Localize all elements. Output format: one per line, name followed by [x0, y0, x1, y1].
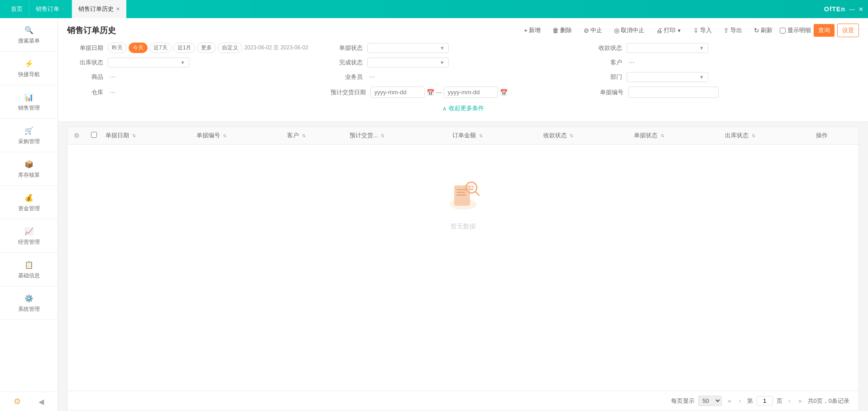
cancel-stop-icon: ◎	[614, 27, 619, 34]
sidebar-item-search-menu[interactable]: 🔍 搜索菜单	[0, 18, 58, 52]
prev-page-button[interactable]: ‹	[737, 396, 743, 405]
toolbar: + 新增 🗑 删除 ⊘ 中止 ◎ 取消中止	[519, 24, 859, 37]
goods-more[interactable]: ···	[108, 73, 117, 81]
stop-button[interactable]: ⊘ 中止	[579, 24, 607, 37]
next-page-button[interactable]: ›	[786, 396, 792, 405]
department-select[interactable]: ▼	[627, 72, 708, 82]
sidebar-item-basic-info[interactable]: 📋 基础信息	[0, 253, 58, 286]
delivery-date-control: 📅 — 📅	[370, 87, 592, 98]
sort-delivery-date[interactable]: ⇅	[381, 133, 384, 138]
bill-no-input[interactable]	[628, 87, 719, 98]
sidebar-item-quick-nav[interactable]: ⚡ 快捷导航	[0, 52, 58, 85]
sidebar-item-system[interactable]: ⚙️ 系统管理	[0, 286, 58, 320]
table-header: ⚙ 单据日期 ⇅ 单据编号 ⇅	[67, 127, 858, 145]
filter-row-1: 单据日期 昨天 今天 近7天 近1月 更多 自定义 2023-06-02 至 2…	[76, 43, 850, 53]
sort-customer[interactable]: ⇅	[302, 133, 306, 138]
sidebar-item-inventory[interactable]: 📦 库存核算	[0, 152, 58, 186]
finance-icon: 💰	[24, 192, 34, 203]
department-control: ▼	[627, 72, 850, 82]
svg-line-6	[475, 192, 479, 195]
bill-status-arrow: ▼	[440, 45, 445, 51]
close-sales-history-tab[interactable]: ×	[116, 6, 120, 12]
sort-bill-date[interactable]: ⇅	[132, 133, 136, 138]
query-button[interactable]: 查询	[814, 24, 834, 37]
bill-status-select[interactable]: ▼	[367, 43, 449, 53]
out-status-label: 出库状态	[76, 58, 108, 67]
payment-status-control: ▼	[627, 43, 850, 53]
sort-bill-no[interactable]: ⇅	[223, 133, 226, 138]
date-group: 昨天 今天 近7天 近1月 更多 自定义 2023-06-02 至 2023-0…	[108, 43, 308, 53]
page-size-select[interactable]: 50 10 20 100	[698, 396, 722, 406]
sidebar-item-operations[interactable]: 📈 经营管理	[0, 219, 58, 253]
sort-bill-status[interactable]: ⇅	[661, 133, 664, 138]
date-1month[interactable]: 近1月	[173, 43, 196, 53]
date-label: 单据日期	[76, 44, 108, 52]
delivery-date-to[interactable]	[444, 87, 498, 98]
top-bar: 首页 销售订单 × 销售订单历史 × OfTEn — ✕	[0, 0, 868, 18]
sidebar-item-sales[interactable]: 📊 销售管理	[0, 85, 58, 119]
date-range-text: 2023-06-02 至 2023-06-02	[244, 44, 308, 52]
collapse-up-icon: ∧	[442, 105, 447, 112]
show-detail-input[interactable]	[780, 28, 786, 34]
customer-more[interactable]: ···	[627, 58, 636, 67]
sidebar-item-finance[interactable]: 💰 资金管理	[0, 186, 58, 219]
sidebar-item-purchase[interactable]: 🛒 采购管理	[0, 119, 58, 152]
salesperson-more[interactable]: ···	[367, 73, 377, 81]
goods-label: 商品	[76, 73, 108, 81]
sort-order-amount[interactable]: ⇅	[479, 133, 483, 138]
print-button[interactable]: 🖨 打印 ▼	[652, 24, 686, 37]
delete-icon: 🗑	[552, 27, 559, 34]
select-all-checkbox[interactable]	[91, 132, 97, 138]
department-label: 部门	[590, 73, 627, 81]
tab-sales-history[interactable]: 销售订单历史 ×	[72, 0, 126, 18]
purchase-icon: 🛒	[24, 125, 34, 136]
import-icon: ⇩	[693, 27, 699, 34]
refresh-icon: ↻	[754, 27, 759, 34]
date-7days[interactable]: 近7天	[149, 43, 172, 53]
sidebar-collapse-icon[interactable]: ◀	[38, 397, 44, 406]
date-yesterday[interactable]: 昨天	[108, 43, 127, 53]
import-button[interactable]: ⇩ 导入	[689, 24, 716, 37]
sidebar-settings-icon[interactable]: ⚙	[14, 396, 21, 406]
cancel-stop-button[interactable]: ◎ 取消中止	[609, 24, 649, 37]
add-button[interactable]: + 新增	[519, 24, 545, 37]
svg-point-8	[469, 186, 470, 188]
calendar-to-icon[interactable]: 📅	[500, 89, 508, 96]
calendar-from-icon[interactable]: 📅	[427, 89, 434, 96]
show-detail-checkbox[interactable]: 显示明细	[780, 26, 811, 34]
sort-payment-status[interactable]: ⇅	[570, 133, 573, 138]
quick-nav-icon: ⚡	[24, 58, 34, 69]
page-label-before: 第	[747, 397, 753, 405]
delete-button[interactable]: 🗑 删除	[548, 24, 576, 37]
add-icon: +	[524, 27, 528, 34]
window-close[interactable]: ✕	[858, 6, 863, 13]
warehouse-more[interactable]: ···	[108, 88, 117, 97]
col-bill-status: 单据状态 ⇅	[630, 127, 721, 145]
filter-row-3: 商品 ··· 业务员 ··· 部门 ▼	[76, 72, 850, 82]
refresh-button[interactable]: ↻ 刷新	[749, 24, 777, 37]
svg-rect-4	[456, 194, 466, 196]
payment-status-select[interactable]: ▼	[627, 43, 708, 53]
delivery-date-from[interactable]	[370, 87, 425, 98]
sort-out-status[interactable]: ⇅	[752, 133, 755, 138]
col-bill-no: 单据编号 ⇅	[193, 127, 284, 145]
tab-sales-order[interactable]: 销售订单 ×	[29, 0, 72, 18]
last-page-button[interactable]: »	[796, 396, 804, 405]
warehouse-label: 仓库	[76, 88, 108, 97]
collapse-button[interactable]: ∧ 收起更多条件	[76, 102, 850, 116]
window-minimize[interactable]: —	[849, 6, 855, 13]
close-sales-order-tab[interactable]: ×	[62, 6, 65, 12]
tab-home[interactable]: 首页	[5, 0, 29, 18]
page-input[interactable]	[757, 396, 773, 406]
table-settings-button[interactable]: ⚙	[74, 132, 80, 139]
first-page-button[interactable]: «	[725, 396, 733, 405]
export-button[interactable]: ⇧ 导出	[719, 24, 747, 37]
out-status-select[interactable]: ▼	[108, 58, 189, 68]
date-today[interactable]: 今天	[129, 43, 148, 53]
date-more[interactable]: 更多	[197, 43, 216, 53]
settings-button[interactable]: 设置	[837, 24, 859, 37]
complete-status-select[interactable]: ▼	[367, 58, 449, 68]
sidebar-bottom: ⚙ ◀	[0, 392, 58, 411]
date-custom[interactable]: 自定义	[218, 43, 242, 53]
page-label: 页	[777, 397, 782, 405]
